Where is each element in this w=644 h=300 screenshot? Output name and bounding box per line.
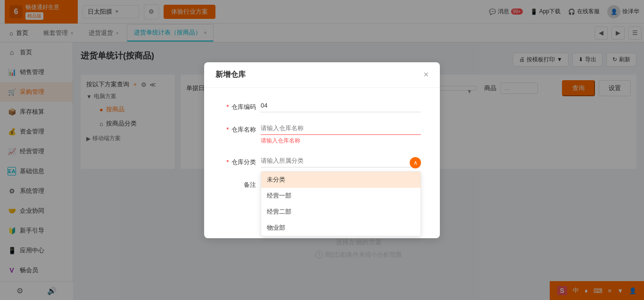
dropdown-option-dept1[interactable]: 经营一部 xyxy=(261,188,421,204)
name-field-wrap: 请输入仓库名称 xyxy=(261,122,421,145)
category-dropdown-arrow[interactable]: ∧ xyxy=(410,157,421,168)
name-row: * 仓库名称 请输入仓库名称 xyxy=(223,122,421,145)
dialog-overlay: 新增仓库 × * 仓库编码 * 仓库名称 xyxy=(0,0,644,300)
dropdown-option-property[interactable]: 物业部 xyxy=(261,220,421,236)
dropdown-option-unclassified[interactable]: 未分类 xyxy=(261,172,421,188)
code-label: * 仓库编码 xyxy=(223,99,261,111)
dialog-close-btn[interactable]: × xyxy=(423,70,429,80)
dialog-header: 新增仓库 × xyxy=(204,62,440,88)
name-label: * 仓库名称 xyxy=(223,122,261,134)
warehouse-category-input[interactable] xyxy=(261,154,421,167)
note-label: 备注 xyxy=(223,177,261,189)
code-field-wrap xyxy=(261,99,421,112)
dialog-title: 新增仓库 xyxy=(215,70,246,80)
category-field-wrap: ∧ 未分类 经营一部 经营二部 物业部 xyxy=(261,154,421,167)
name-error-msg: 请输入仓库名称 xyxy=(261,137,421,145)
category-label: * 仓库分类 xyxy=(223,154,261,167)
code-row: * 仓库编码 xyxy=(223,99,421,112)
warehouse-name-input[interactable] xyxy=(261,122,421,135)
warehouse-code-input[interactable] xyxy=(261,99,421,112)
dialog-body: * 仓库编码 * 仓库名称 请输入仓库名称 xyxy=(204,88,440,211)
dropdown-option-dept2[interactable]: 经营二部 xyxy=(261,204,421,220)
category-dropdown-list: 未分类 经营一部 经营二部 物业部 xyxy=(261,171,421,236)
new-warehouse-dialog: 新增仓库 × * 仓库编码 * 仓库名称 xyxy=(204,62,440,238)
category-row: * 仓库分类 ∧ 未分类 经营一部 经营二部 物业部 xyxy=(223,154,421,167)
